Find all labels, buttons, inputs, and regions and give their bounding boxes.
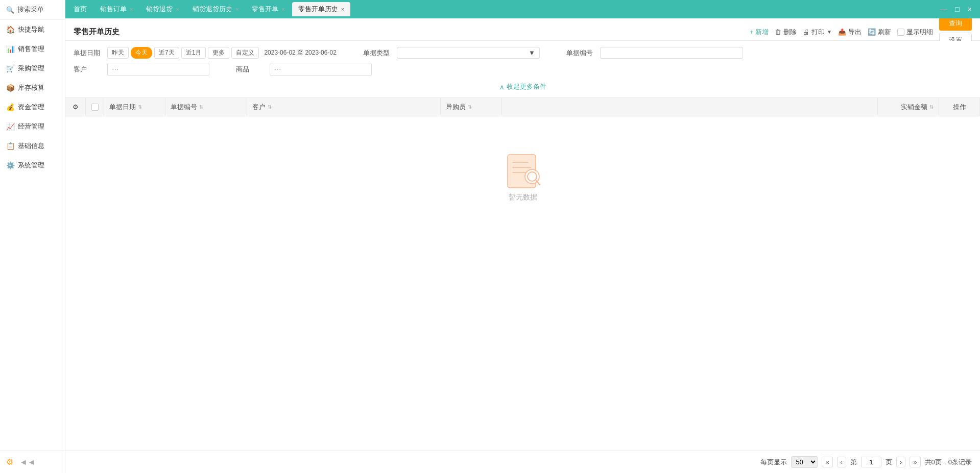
first-page-button[interactable]: «: [822, 457, 832, 467]
tab-retail-open-history[interactable]: 零售开单历史 ×: [292, 2, 350, 16]
th-num[interactable]: 单据编号 ⇅: [165, 98, 247, 116]
sidebar-item-finance[interactable]: 💰 资金管理: [0, 97, 65, 117]
num-input[interactable]: [600, 47, 743, 59]
th-date[interactable]: 单据日期 ⇅: [104, 98, 165, 116]
th-num-label: 单据编号: [171, 103, 197, 112]
th-guide[interactable]: 导购员 ⇅: [441, 98, 502, 116]
th-amount[interactable]: 实销金额 ⇅: [878, 98, 939, 116]
per-page-select[interactable]: 50 20 100: [791, 456, 818, 468]
settings-gear-icon[interactable]: ⚙: [6, 457, 13, 467]
sidebar-item-label: 资金管理: [18, 103, 44, 112]
gear-small-icon: ⚙️: [6, 161, 15, 169]
th-action-label: 操作: [953, 103, 966, 112]
date-buttons: 昨天 今天 近7天 近1月 更多 自定义 2023-06-02 至 2023-0…: [107, 47, 337, 59]
add-button[interactable]: + 新增: [750, 28, 769, 37]
delete-button[interactable]: 🗑 删除: [775, 28, 797, 37]
date-btn-today[interactable]: 今天: [131, 47, 152, 59]
sidebar-item-label: 销售管理: [18, 44, 44, 54]
empty-text: 暂无数据: [509, 193, 537, 202]
sidebar-item-purchase-mgmt[interactable]: 🛒 采购管理: [0, 59, 65, 78]
next-page-button[interactable]: ›: [896, 457, 905, 467]
sidebar-item-label: 快捷导航: [18, 25, 44, 34]
sort-num-icon: ⇅: [199, 104, 203, 110]
th-guide-label: 导购员: [446, 103, 466, 112]
display-detail-button[interactable]: 显示明细: [897, 28, 933, 37]
tab-retail-open[interactable]: 零售开单 ×: [246, 2, 291, 16]
sidebar-item-quick-nav[interactable]: 🏠 快捷导航: [0, 20, 65, 39]
sidebar-item-label: 经营管理: [18, 122, 44, 131]
refresh-button[interactable]: 🔄 刷新: [868, 28, 891, 37]
product-placeholder: ···: [274, 65, 281, 74]
sidebar-item-label: 采购管理: [18, 64, 44, 73]
print-button[interactable]: 🖨 打印 ▼: [803, 28, 832, 37]
customer-placeholder: ···: [112, 65, 118, 74]
sidebar-footer: ⚙ ◄◄: [0, 451, 65, 473]
home-icon: 🏠: [6, 26, 15, 34]
th-checkbox[interactable]: [86, 98, 104, 116]
sidebar-item-sales-mgmt[interactable]: 📊 销售管理: [0, 39, 65, 59]
empty-state: 暂无数据: [65, 116, 980, 233]
money-icon: 💰: [6, 103, 15, 111]
customer-select[interactable]: ···: [107, 63, 209, 76]
chevron-up-icon: ∧: [499, 83, 505, 91]
sidebar-search-label: 搜索采单: [17, 5, 44, 14]
tab-retail-open-history-close[interactable]: ×: [341, 6, 344, 12]
tab-bar: 首页 销售订单 × 销货退货 × 销货退货历史 × 零售开单 × 零售开单历史 …: [65, 0, 980, 18]
th-action: 操作: [939, 98, 980, 116]
maximize-button[interactable]: □: [953, 5, 961, 13]
date-btn-custom[interactable]: 自定义: [231, 47, 259, 59]
type-select[interactable]: ▼: [397, 47, 540, 59]
sidebar-search[interactable]: 🔍 搜索采单: [0, 0, 65, 20]
sort-date-icon: ⇅: [138, 104, 142, 110]
th-customer[interactable]: 客户 ⇅: [247, 98, 441, 116]
display-detail-checkbox[interactable]: [897, 29, 904, 36]
header-checkbox[interactable]: [91, 104, 99, 111]
date-btn-1month[interactable]: 近1月: [181, 47, 206, 59]
th-settings[interactable]: ⚙: [65, 98, 86, 116]
tab-sales-return[interactable]: 销货退货 ×: [140, 2, 185, 16]
tab-home[interactable]: 首页: [67, 2, 93, 16]
th-date-label: 单据日期: [109, 103, 136, 112]
window-controls: — □ ×: [938, 5, 978, 13]
sidebar-item-label: 基础信息: [18, 141, 44, 151]
product-select[interactable]: ···: [270, 63, 372, 76]
th-filler: [502, 98, 878, 116]
tab-sales-order-label: 销售订单: [100, 5, 127, 14]
product-label: 商品: [236, 65, 264, 74]
sort-amount-icon: ⇅: [929, 104, 934, 110]
collapse-more-label: 收起更多条件: [507, 82, 546, 91]
prev-page-button[interactable]: ‹: [837, 457, 846, 467]
trending-icon: 📈: [6, 122, 15, 131]
tab-sales-return-history[interactable]: 销货退货历史 ×: [186, 2, 245, 16]
tab-sales-return-history-label: 销货退货历史: [193, 5, 232, 14]
pagination-total: 共0页，0条记录: [925, 458, 972, 467]
date-btn-7days[interactable]: 近7天: [154, 47, 179, 59]
tab-sales-return-history-close[interactable]: ×: [235, 6, 238, 12]
query-button[interactable]: 查询: [939, 18, 972, 31]
main-area: 首页 销售订单 × 销货退货 × 销货退货历史 × 零售开单 × 零售开单历史 …: [65, 0, 980, 473]
pagination: 每页显示 50 20 100 « ‹ 第 页 › » 共0页，0条记录: [65, 451, 980, 473]
collapse-sidebar-icon[interactable]: ◄◄: [19, 458, 36, 467]
current-page-input[interactable]: [861, 457, 881, 467]
tab-sales-return-close[interactable]: ×: [176, 6, 179, 12]
minimize-button[interactable]: —: [938, 5, 949, 13]
tab-sales-order-close[interactable]: ×: [130, 6, 133, 12]
close-button[interactable]: ×: [966, 5, 974, 13]
sidebar-item-operations[interactable]: 📈 经营管理: [0, 117, 65, 136]
display-detail-label: 显示明细: [906, 28, 933, 37]
sidebar-item-sys-mgmt[interactable]: ⚙️ 系统管理: [0, 156, 65, 175]
date-btn-yesterday[interactable]: 昨天: [107, 47, 129, 59]
tab-sales-order[interactable]: 销售订单 ×: [94, 2, 139, 16]
export-button[interactable]: 📤 导出: [838, 28, 862, 37]
tab-home-label: 首页: [74, 5, 87, 14]
sidebar-item-basic-info[interactable]: 📋 基础信息: [0, 136, 65, 156]
collapse-more-button[interactable]: ∧ 收起更多条件: [74, 80, 972, 93]
tab-retail-open-close[interactable]: ×: [281, 6, 284, 12]
filter-row-2: 客户 ··· 商品 ···: [74, 63, 972, 76]
sidebar-item-inventory[interactable]: 📦 库存核算: [0, 78, 65, 97]
cart-icon: 🛒: [6, 64, 15, 72]
chart-icon: 📊: [6, 45, 15, 53]
th-customer-label: 客户: [252, 103, 266, 112]
date-btn-more[interactable]: 更多: [208, 47, 229, 59]
last-page-button[interactable]: »: [910, 457, 920, 467]
